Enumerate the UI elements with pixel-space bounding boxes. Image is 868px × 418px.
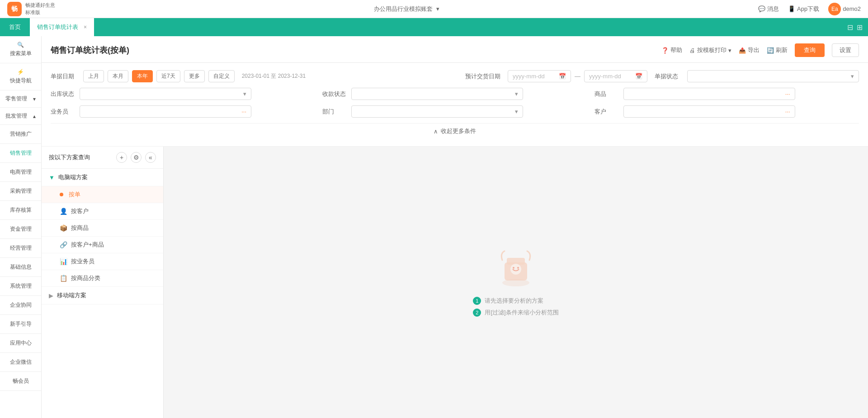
tab-bar-right: ⊟ ⊞ xyxy=(847,18,868,36)
customer-scheme-icon: 👤 xyxy=(60,208,67,215)
sidebar-item-company[interactable]: 企业协同 xyxy=(0,296,41,315)
scheme-item-by-product-category[interactable]: 📋 按商品分类 xyxy=(42,270,163,287)
sidebar-item-wholesale[interactable]: 批发管理 ▴ xyxy=(0,108,41,125)
scheme-header: 按以下方案查询 + ⚙ « xyxy=(42,147,163,169)
sidebar-shortcut-label: 快捷导航 xyxy=(10,77,32,85)
add-scheme-btn[interactable]: + xyxy=(116,152,127,163)
maximize-icon[interactable]: ⊞ xyxy=(857,23,863,32)
sidebar-item-wechat[interactable]: 企业微信 xyxy=(0,353,41,372)
collapse-bar[interactable]: ∧ 收起更多条件 xyxy=(51,123,859,139)
query-panel: 按以下方案查询 + ⚙ « ▼ 电脑端方案 按单 xyxy=(42,147,868,418)
sidebar-ecommerce-label: 电商管理 xyxy=(10,168,32,176)
username: demo2 xyxy=(843,5,861,12)
scheme-settings-btn[interactable]: ⚙ xyxy=(131,152,142,163)
empty-tips: 1 请先选择要分析的方案 2 用[过滤]条件来缩小分析范围 xyxy=(473,297,558,320)
sidebar-wechat-label: 企业微信 xyxy=(10,358,32,366)
single-status-label: 单据状态 xyxy=(655,72,680,81)
query-button[interactable]: 查询 xyxy=(795,43,825,57)
mobile-category-label: 移动端方案 xyxy=(57,291,86,299)
minimize-icon[interactable]: ⊟ xyxy=(847,23,853,32)
sidebar-appcenter-label: 应用中心 xyxy=(10,339,32,347)
settings-button[interactable]: 设置 xyxy=(832,43,859,57)
scheme-item-salesman-label: 按业务员 xyxy=(71,257,94,266)
sidebar-item-basic[interactable]: 基础信息 xyxy=(0,258,41,277)
sidebar-item-finance[interactable]: 资金管理 xyxy=(0,220,41,239)
salesman-scheme-icon: 📊 xyxy=(60,258,67,265)
filter-row-3: 业务员 ··· 部门 ▾ 客户 ··· xyxy=(51,105,859,118)
sidebar-item-shortcut[interactable]: ⚡ 快捷导航 xyxy=(0,63,41,90)
tab-sales-order[interactable]: 销售订单统计表 × xyxy=(30,18,94,36)
scheme-item-by-customer-product[interactable]: 🔗 按客户+商品 xyxy=(42,237,163,253)
active-indicator xyxy=(60,193,63,196)
custom-btn[interactable]: 自定义 xyxy=(208,70,235,82)
outbound-status-select[interactable]: ▾ xyxy=(80,88,251,100)
sidebar-item-retail[interactable]: 零售管理 ▾ xyxy=(0,90,41,108)
scheme-item-customer-product-label: 按客户+商品 xyxy=(71,241,104,249)
tab-home[interactable]: 首页 xyxy=(0,18,30,36)
last-month-btn[interactable]: 上月 xyxy=(83,70,104,82)
scheme-item-product-label: 按商品 xyxy=(71,224,89,232)
this-month-btn[interactable]: 本月 xyxy=(108,70,128,82)
sidebar-item-appcenter[interactable]: 应用中心 xyxy=(0,334,41,353)
user-menu[interactable]: Ea demo2 xyxy=(828,3,861,15)
sidebar-item-member[interactable]: 畅会员 xyxy=(0,372,41,391)
sidebar-item-purchase[interactable]: 采购管理 xyxy=(0,182,41,201)
sidebar-item-search[interactable]: 🔍 搜索菜单 xyxy=(0,36,41,63)
scheme-item-by-product[interactable]: 📦 按商品 xyxy=(42,220,163,237)
scheme-mobile-category[interactable]: ▶ 移动端方案 xyxy=(42,287,163,304)
sidebar-item-inventory[interactable]: 库存核算 xyxy=(0,201,41,220)
salesman-ellipsis[interactable]: ··· xyxy=(241,108,246,115)
scheme-item-by-salesman[interactable]: 📊 按业务员 xyxy=(42,253,163,270)
account-selector[interactable]: 办公用品行业模拟账套 ▾ xyxy=(374,5,439,13)
outbound-status-field: 出库状态 ▾ xyxy=(51,88,315,100)
scheme-item-by-customer[interactable]: 👤 按客户 xyxy=(42,203,163,220)
customer-label: 客户 xyxy=(594,108,620,116)
sidebar-item-ecommerce[interactable]: 电商管理 xyxy=(0,163,41,182)
receipt-status-label: 收款状态 xyxy=(322,90,348,98)
product-ellipsis[interactable]: ··· xyxy=(785,90,790,97)
message-button[interactable]: 💬 消息 xyxy=(758,5,779,13)
scheme-item-by-order[interactable]: 按单 xyxy=(42,186,163,203)
wholesale-arrow-icon: ▴ xyxy=(33,113,36,119)
close-tab-icon[interactable]: × xyxy=(84,24,87,30)
template-print-button[interactable]: 🖨 按模板打印 ▾ xyxy=(689,46,731,54)
svg-rect-2 xyxy=(507,258,525,265)
customer-field: 客户 ··· xyxy=(594,105,859,118)
scheme-pc-category[interactable]: ▼ 电脑端方案 xyxy=(42,169,163,186)
start-date-input[interactable]: yyyy-mm-dd 📅 xyxy=(508,70,571,82)
dropdown-icon: ▾ xyxy=(436,5,439,12)
salesman-input[interactable]: ··· xyxy=(80,105,251,118)
page-header: 销售订单统计表(按单) ❓ 帮助 🖨 按模板打印 ▾ 📤 导出 🔄 刷新 xyxy=(42,36,868,63)
app-download-button[interactable]: 📱 App下载 xyxy=(788,5,819,13)
sidebar-item-system[interactable]: 系统管理 xyxy=(0,277,41,296)
receipt-status-select[interactable]: ▾ xyxy=(351,88,523,100)
last7days-btn[interactable]: 近7天 xyxy=(156,70,180,82)
salesman-field: 业务员 ··· xyxy=(51,105,315,118)
export-button[interactable]: 📤 导出 xyxy=(739,46,760,54)
sidebar-item-sales[interactable]: 销售管理 xyxy=(0,144,41,163)
single-status-select[interactable]: ▾ xyxy=(687,70,859,82)
svg-point-3 xyxy=(510,264,521,275)
sidebar-item-operations[interactable]: 经营管理 xyxy=(0,239,41,258)
refresh-button[interactable]: 🔄 刷新 xyxy=(767,46,788,54)
this-year-btn[interactable]: 本年 xyxy=(132,70,153,82)
product-field: 商品 ··· xyxy=(594,88,859,100)
empty-tip-2: 2 用[过滤]条件来缩小分析范围 xyxy=(473,309,558,317)
logo-icon: 畅 xyxy=(7,2,22,16)
help-button[interactable]: ❓ 帮助 xyxy=(661,46,682,54)
sidebar-item-marketing[interactable]: 营销推广 xyxy=(0,125,41,144)
collapse-scheme-btn[interactable]: « xyxy=(145,152,156,163)
customer-ellipsis[interactable]: ··· xyxy=(785,108,790,115)
single-date-label: 单据日期 xyxy=(51,72,76,81)
customer-input[interactable]: ··· xyxy=(623,105,795,118)
end-date-placeholder: yyyy-mm-dd xyxy=(589,73,621,80)
sidebar-retail-label: 零售管理 xyxy=(5,95,27,103)
product-input[interactable]: ··· xyxy=(623,88,795,100)
top-bar: 畅 畅捷通好生意 标准版 办公用品行业模拟账套 ▾ 💬 消息 📱 App下载 E… xyxy=(0,0,868,18)
end-date-input[interactable]: yyyy-mm-dd 📅 xyxy=(584,70,647,82)
top-bar-right: 💬 消息 📱 App下载 Ea demo2 xyxy=(758,3,861,15)
sidebar-item-newbie[interactable]: 新手引导 xyxy=(0,315,41,334)
department-select[interactable]: ▾ xyxy=(351,105,523,118)
more-btn[interactable]: 更多 xyxy=(184,70,205,82)
message-icon: 💬 xyxy=(758,5,765,12)
